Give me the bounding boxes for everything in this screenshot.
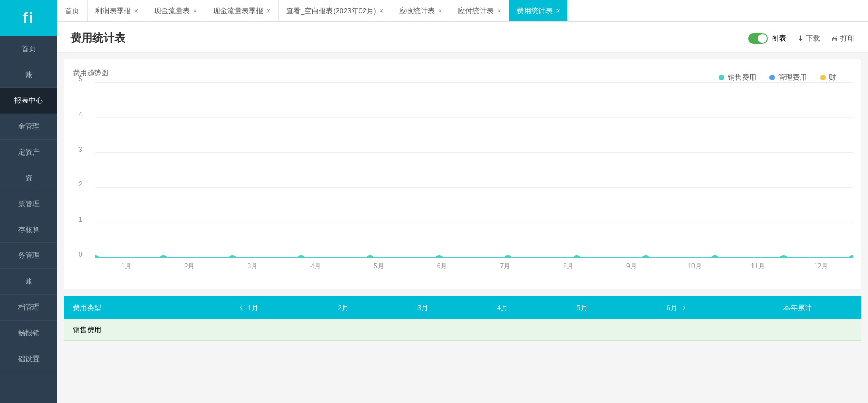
chart-toggle[interactable] (748, 33, 768, 44)
sidebar-logo: fi (0, 0, 57, 36)
chart-grid: 5 4 3 2 1 (95, 82, 853, 258)
sidebar-item-resource[interactable]: 资 (0, 165, 57, 191)
sidebar-item-settings[interactable]: 础设置 (0, 346, 57, 372)
tab-close-expense[interactable]: × (556, 7, 560, 15)
header-actions: 图表 ⬇ 下载 🖨 打印 (748, 33, 855, 44)
x-label-3: 3月 (221, 262, 285, 271)
th-m4: 4月 (462, 296, 542, 319)
svg-point-11 (435, 255, 443, 258)
x-label-1: 1月 (95, 262, 158, 271)
x-label-9: 9月 (600, 262, 663, 271)
chart-area: 5 4 3 2 1 (73, 82, 853, 280)
tab-cashflow[interactable]: 现金流量表 × (146, 0, 205, 21)
page-title: 费用统计表 (70, 31, 125, 46)
sidebar-item-report[interactable]: 报表中心 (0, 88, 57, 114)
x-label-2: 2月 (158, 262, 221, 271)
sidebar-item-ticket[interactable]: 票管理 (0, 191, 57, 217)
legend-mgmt: 管理费用 (769, 73, 807, 82)
download-icon: ⬇ (798, 34, 804, 42)
chart-wrap: 费用趋势图 销售费用 管理费用 财 (73, 68, 853, 280)
print-button[interactable]: 🖨 打印 (831, 34, 855, 43)
sidebar-item-inventory[interactable]: 存核算 (0, 217, 57, 243)
data-table: 费用类型 ‹ 1月 2月 3月 4月 5月 6月 › 本年累计 (64, 296, 861, 341)
prev-arrow[interactable]: ‹ (236, 302, 245, 312)
th-m2: 2月 (303, 296, 383, 319)
legend-sales: 销售费用 (719, 73, 756, 82)
svg-point-16 (780, 255, 788, 258)
chart-section: 费用趋势图 销售费用 管理费用 财 (64, 59, 861, 289)
sidebar-item-sales[interactable]: 畅报销 (0, 321, 57, 346)
tab-close-profit[interactable]: × (134, 7, 138, 15)
x-label-5: 5月 (347, 262, 411, 271)
tab-bar: 首页 利润表季报 × 现金流量表 × 现金流量表季报 × 查看_空白报表(202… (57, 0, 868, 22)
tab-close-cashflow-q[interactable]: × (266, 7, 270, 15)
x-label-7: 7月 (474, 262, 537, 271)
th-m6: 6月 › (622, 296, 734, 319)
tab-blank-report[interactable]: 查看_空白报表(2023年02月) × (279, 0, 391, 21)
chart-legend: 销售费用 管理费用 财 (719, 73, 836, 82)
row-m3 (383, 319, 463, 341)
tab-close-blank[interactable]: × (379, 7, 383, 15)
svg-point-14 (642, 255, 649, 258)
legend-label-finance: 财 (829, 73, 836, 82)
x-label-10: 10月 (663, 262, 727, 271)
th-m5: 5月 (542, 296, 622, 319)
sidebar-item-fund[interactable]: 金管理 (0, 114, 57, 140)
svg-point-12 (504, 255, 512, 258)
sidebar-item-fixed-assets[interactable]: 定资产 (0, 140, 57, 165)
row-m2 (303, 319, 383, 341)
content-area: 费用统计表 图表 ⬇ 下载 🖨 打印 费用趋势图 (57, 22, 868, 403)
tab-close-payable[interactable]: × (497, 7, 501, 15)
row-total (733, 319, 861, 341)
tab-home[interactable]: 首页 (57, 0, 88, 21)
y-label-4: 4 (79, 111, 83, 118)
sidebar-item-archive[interactable]: 档管理 (0, 295, 57, 321)
table-row-sales: 销售费用 (64, 319, 861, 341)
x-labels: 1月 2月 3月 4月 5月 6月 7月 8月 9月 10月 11月 12月 (95, 258, 853, 271)
tab-cashflow-q[interactable]: 现金流量表季报 × (205, 0, 279, 21)
sidebar: fi 首页 账 报表中心 金管理 定资产 资 票管理 存核算 务管理 账 档管理… (0, 0, 57, 403)
next-arrow[interactable]: › (679, 302, 689, 312)
row-type: 销售费用 (64, 319, 192, 341)
sidebar-item-account[interactable]: 账 (0, 62, 57, 88)
table-header-row: 费用类型 ‹ 1月 2月 3月 4月 5月 6月 › 本年累计 (64, 296, 861, 319)
th-nav-prev: ‹ 1月 (192, 296, 304, 319)
page-header: 费用统计表 图表 ⬇ 下载 🖨 打印 (57, 22, 868, 53)
grid-line-0: 0 (95, 258, 853, 258)
row-m1 (192, 319, 304, 341)
main-content: 首页 利润表季报 × 现金流量表 × 现金流量表季报 × 查看_空白报表(202… (57, 0, 868, 403)
sidebar-item-service[interactable]: 务管理 (0, 243, 57, 269)
chart-toggle-label: 图表 (771, 34, 787, 43)
tab-receivable[interactable]: 应收统计表 × (391, 0, 450, 21)
x-label-4: 4月 (284, 262, 347, 271)
print-icon: 🖨 (831, 34, 838, 42)
tab-close-receivable[interactable]: × (438, 7, 442, 15)
sidebar-item-ledger[interactable]: 账 (0, 269, 57, 295)
tab-close-cashflow[interactable]: × (193, 7, 197, 15)
sidebar-item-home[interactable]: 首页 (0, 36, 57, 62)
download-label: 下载 (806, 34, 820, 43)
legend-dot-mgmt (769, 75, 775, 80)
legend-label-sales: 销售费用 (728, 73, 756, 82)
row-m4 (462, 319, 542, 341)
y-label-1: 1 (79, 216, 83, 223)
svg-point-7 (160, 255, 167, 258)
th-m6-label: 6月 (666, 303, 677, 312)
legend-finance: 财 (820, 73, 836, 82)
th-total: 本年累计 (733, 296, 861, 319)
tab-expense[interactable]: 费用统计表 × (509, 0, 568, 21)
x-label-12: 12月 (789, 262, 853, 271)
row-m6 (622, 319, 734, 341)
download-button[interactable]: ⬇ 下载 (798, 34, 820, 43)
y-label-5: 5 (79, 75, 83, 83)
row-m5 (542, 319, 622, 341)
y-label-3: 3 (79, 146, 83, 153)
chart-svg (95, 82, 853, 258)
chart-toggle-wrap[interactable]: 图表 (748, 33, 787, 44)
svg-point-9 (297, 255, 305, 258)
x-label-11: 11月 (727, 262, 790, 271)
x-label-6: 6月 (411, 262, 474, 271)
tab-payable[interactable]: 应付统计表 × (450, 0, 509, 21)
tab-profit[interactable]: 利润表季报 × (88, 0, 146, 21)
y-label-0: 0 (79, 251, 83, 258)
